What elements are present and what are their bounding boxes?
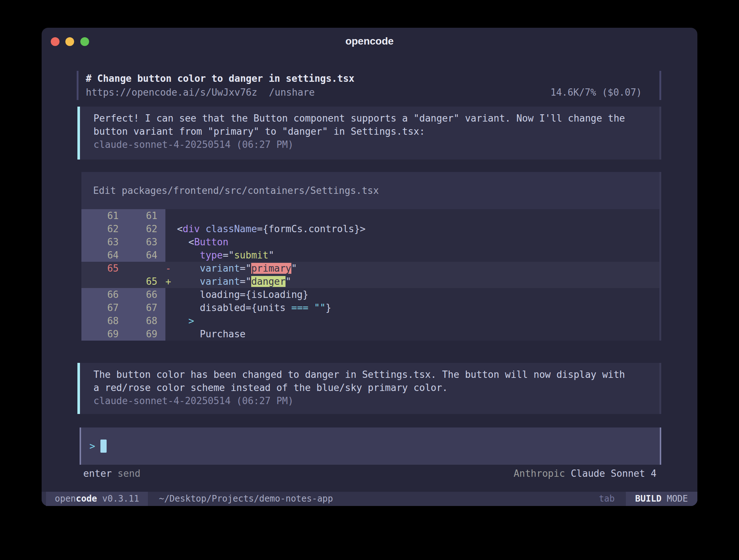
diff-row: 6262 <div className={formCs.controls}> — [81, 222, 659, 235]
gutter-old-line-number: 67 — [81, 301, 119, 314]
app-name-open: open — [55, 494, 76, 504]
gutter-new-line-number: 68 — [119, 314, 165, 327]
code-line: variant="danger" — [171, 275, 659, 288]
diff-marker — [165, 235, 171, 249]
gutter-old-line-number: 65 — [81, 262, 119, 275]
session-right-rule — [659, 71, 661, 100]
message-right-rule — [659, 363, 661, 414]
message-text: The button color has been changed to dan… — [93, 368, 632, 394]
diff-marker: - — [165, 262, 171, 275]
diff-marker — [165, 209, 171, 222]
diff-row: 65+ variant="danger" — [81, 275, 659, 288]
gutter-old-line-number: 63 — [81, 235, 119, 249]
diff-marker — [165, 222, 171, 235]
code-line: disabled={units === ""} — [171, 301, 659, 314]
app-name-code: code — [76, 494, 97, 504]
gutter-new-line-number: 63 — [119, 235, 165, 249]
code-line: <div className={formCs.controls}> — [171, 222, 659, 235]
gutter-new-line-number: 61 — [119, 209, 165, 222]
message-right-rule — [659, 107, 661, 160]
prompt-right-rule — [660, 427, 661, 465]
gutter-old-line-number: 62 — [81, 222, 119, 235]
diff-row: 6464 type="submit" — [81, 249, 659, 262]
gutter-old-line-number — [81, 275, 119, 288]
gutter-old-line-number: 69 — [81, 327, 119, 341]
token-cost-stats: 14.6K/7% ($0.07) — [551, 85, 642, 99]
prompt-input[interactable]: > — [81, 427, 660, 465]
code-line: > — [171, 314, 659, 327]
diff-row: 6161 — [81, 209, 659, 222]
diff-row: 6868 > — [81, 314, 659, 327]
session-header: # Change button color to danger in setti… — [77, 71, 661, 100]
diff-marker — [165, 327, 171, 341]
unshare-command[interactable]: /unshare — [269, 85, 315, 99]
gutter-new-line-number: 64 — [119, 249, 165, 262]
statusbar: opencode v0.3.11 ~/Desktop/Projects/demo… — [42, 492, 697, 506]
titlebar: opencode — [42, 28, 697, 50]
message-accent-bar — [77, 363, 80, 414]
prompt-container: > — [80, 427, 661, 465]
assistant-message: The button color has been changed to dan… — [77, 363, 661, 414]
code-line: <Button — [171, 235, 659, 249]
diff-row: 6767 disabled={units === ""} — [81, 301, 659, 314]
diff-row: 65- variant="primary" — [81, 262, 659, 275]
gutter-old-line-number: 66 — [81, 288, 119, 301]
session-share-url[interactable]: https://opencode.ai/s/UwJxv76z — [86, 85, 257, 99]
model-meta: claude-sonnet-4-20250514 (06:27 PM) — [93, 394, 659, 407]
session-title: # Change button color to danger in setti… — [86, 72, 659, 85]
gutter-old-line-number: 64 — [81, 249, 119, 262]
code-line: loading={isLoading} — [171, 288, 659, 301]
gutter-new-line-number: 67 — [119, 301, 165, 314]
mode-badge-suffix: MODE — [662, 494, 688, 504]
message-accent-bar — [77, 107, 80, 160]
tab-key-hint: tab — [599, 492, 614, 506]
mode-badge[interactable]: BUILD MODE — [626, 492, 698, 506]
session-left-rule — [77, 71, 79, 100]
edit-right-rule — [659, 172, 661, 341]
gutter-new-line-number: 66 — [119, 288, 165, 301]
code-line: type="submit" — [171, 249, 659, 262]
gutter-new-line-number — [119, 262, 165, 275]
message-text: Perfect! I can see that the Button compo… — [93, 112, 632, 138]
diff-marker — [165, 301, 171, 314]
gutter-old-line-number: 61 — [81, 209, 119, 222]
gutter-new-line-number: 62 — [119, 222, 165, 235]
enter-key-hint: enter — [83, 468, 112, 479]
code-line: variant="primary" — [171, 262, 659, 275]
diff-rows: 6161 6262 <div className={formCs.control… — [81, 209, 659, 341]
working-directory: ~/Desktop/Projects/demo-notes-app — [159, 492, 333, 506]
diff-row: 6969 Purchase — [81, 327, 659, 341]
code-line — [171, 209, 659, 222]
text-cursor — [100, 440, 107, 453]
diff-row: 6666 loading={isLoading} — [81, 288, 659, 301]
app-version: v0.3.11 — [97, 494, 139, 504]
model-provider: Anthropic — [514, 468, 571, 479]
assistant-message: Perfect! I can see that the Button compo… — [77, 107, 661, 160]
edit-tool-block: Edit packages/frontend/src/containers/Se… — [81, 172, 661, 341]
app-version-chip: opencode v0.3.11 — [46, 492, 148, 506]
opencode-window: opencode # Change button color to danger… — [42, 28, 697, 506]
edit-tool-title: Edit packages/frontend/src/containers/Se… — [81, 172, 659, 209]
hints-row: enter send Anthropic Claude Sonnet 4 — [77, 466, 661, 481]
diff-marker — [165, 249, 171, 262]
diff-row: 6363 <Button — [81, 235, 659, 249]
send-action-hint: send — [118, 468, 141, 479]
model-name: Claude Sonnet 4 — [571, 468, 656, 479]
model-meta: claude-sonnet-4-20250514 (06:27 PM) — [93, 138, 659, 151]
mode-badge-label: BUILD — [635, 494, 662, 504]
diff-marker — [165, 314, 171, 327]
gutter-old-line-number: 68 — [81, 314, 119, 327]
diff-marker: + — [165, 275, 171, 288]
prompt-chevron-icon: > — [89, 440, 95, 453]
gutter-new-line-number: 69 — [119, 327, 165, 341]
gutter-new-line-number: 65 — [119, 275, 165, 288]
window-title: opencode — [42, 35, 697, 47]
diff-marker — [165, 288, 171, 301]
code-line: Purchase — [171, 327, 659, 341]
